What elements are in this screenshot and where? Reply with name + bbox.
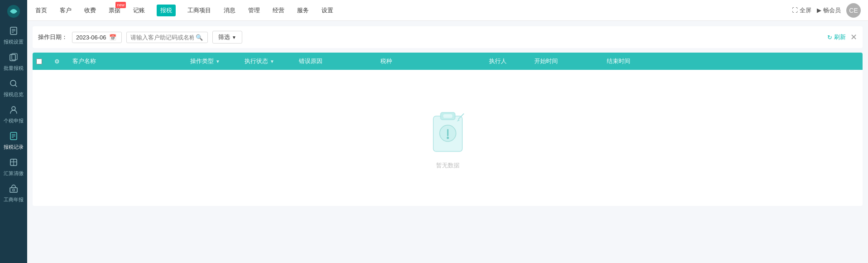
th-start-time: 开始时间: [531, 53, 603, 70]
new-badge-piaoju: new: [115, 2, 126, 8]
huisuanqingsuanshu-icon: [9, 158, 18, 169]
sidebar-item-baoshuishezhi-label: 报税设置: [4, 39, 24, 45]
chevron-down-icon: ▼: [232, 35, 236, 40]
nav-shoufei[interactable]: 收费: [83, 5, 97, 16]
refresh-button[interactable]: ↻ 刷新: [827, 33, 846, 41]
th-exec-status: 执行状态 ▼: [241, 53, 295, 70]
video-icon: ▶: [817, 7, 821, 14]
empty-text: 暂无数据: [436, 161, 460, 170]
piliangshuishu-icon: [9, 53, 18, 64]
sidebar-item-baoshuijilu[interactable]: 报税记录: [0, 128, 27, 154]
nav-kehu[interactable]: 客户: [59, 5, 72, 16]
search-input[interactable]: [130, 34, 194, 41]
sidebar-item-piliangshuishu[interactable]: 批量报税: [0, 49, 27, 75]
fullscreen-btn[interactable]: ⛶ 全屏: [792, 6, 811, 15]
nav-baoshui[interactable]: 报税: [157, 5, 176, 16]
search-icon: 🔍: [196, 34, 203, 41]
nav-xiaoxi[interactable]: 消息: [223, 5, 236, 16]
filter-label: 筛选: [218, 33, 230, 41]
sidebar-item-baoshuizonglan[interactable]: 报税总览: [0, 75, 27, 102]
sidebar-item-gongshangnianbaoshu-label: 工商年报: [4, 196, 24, 203]
nav-guanli[interactable]: 管理: [247, 5, 261, 16]
svg-rect-18: [13, 189, 14, 191]
settings-icon: ⚙: [54, 58, 60, 65]
date-value: 2023-06-06: [76, 34, 106, 41]
gongshangnianbaoshu-icon: [9, 184, 18, 195]
sidebar-item-baoshuishezhi[interactable]: 报税设置: [0, 23, 27, 49]
select-all-checkbox[interactable]: [36, 58, 42, 64]
toolbar: 操作日期： 2023-06-06 📅 🔍 筛选 ▼ ↻ 刷新: [33, 26, 863, 48]
calendar-icon: 📅: [109, 34, 116, 41]
close-button[interactable]: ✕: [850, 33, 857, 41]
nav-fuwu[interactable]: 服务: [296, 5, 310, 16]
avatar[interactable]: CE: [846, 3, 861, 18]
empty-illustration: 暂无数据: [425, 106, 470, 170]
svg-rect-21: [443, 114, 452, 118]
gesuisheibao-icon: [9, 105, 18, 117]
th-executor: 执行人: [485, 53, 531, 70]
baoshuishezhi-icon: [9, 26, 18, 38]
sidebar-logo: [0, 0, 27, 23]
sidebar-item-huisuanqingsuanshu[interactable]: 汇算清缴: [0, 154, 27, 180]
sort-operation-type-icon[interactable]: ▼: [216, 59, 220, 64]
nav-jizhang[interactable]: 记账: [132, 5, 146, 16]
nav-gongshanxiangmu[interactable]: 工商项目: [187, 5, 212, 16]
baoshuijilu-icon: [9, 132, 18, 143]
sidebar-item-gesuisheibao-label: 个税申报: [4, 117, 24, 124]
th-settings[interactable]: ⚙: [51, 53, 69, 70]
th-operation-type: 操作类型 ▼: [187, 53, 241, 70]
svg-rect-17: [10, 188, 17, 192]
fullscreen-icon: ⛶: [792, 7, 798, 14]
svg-point-24: [446, 137, 449, 139]
sidebar-item-baoshuizonglan-label: 报税总览: [4, 91, 24, 98]
sidebar-item-baoshuijilu-label: 报税记录: [4, 144, 24, 151]
nav-shezhi[interactable]: 设置: [321, 5, 334, 16]
page-content: 操作日期： 2023-06-06 📅 🔍 筛选 ▼ ↻ 刷新: [27, 21, 868, 263]
main-area: 首页 客户 收费 票据 new 记账 报税 工商项目 消息 管理 经营 服务 设…: [27, 0, 868, 263]
nav-jingying[interactable]: 经营: [272, 5, 285, 16]
refresh-icon: ↻: [827, 34, 832, 41]
nav-shouye[interactable]: 首页: [34, 5, 48, 16]
date-input[interactable]: 2023-06-06 📅: [72, 32, 122, 43]
th-tax-type: 税种: [377, 53, 485, 70]
sort-exec-status-icon[interactable]: ▼: [270, 59, 274, 64]
content-area: 操作日期： 2023-06-06 📅 🔍 筛选 ▼ ↻ 刷新: [27, 21, 868, 263]
topnav-right: ⛶ 全屏 ▶ 畅会员 CE: [792, 3, 861, 18]
empty-clipboard-icon: [425, 106, 470, 156]
filter-button[interactable]: 筛选 ▼: [212, 31, 242, 44]
date-label: 操作日期：: [38, 33, 67, 41]
topnav: 首页 客户 收费 票据 new 记账 报税 工商项目 消息 管理 经营 服务 设…: [27, 0, 868, 21]
svg-line-8: [15, 85, 17, 87]
table-container: ⚙ 客户名称 操作类型 ▼ 执行状态 ▼ 错误原因: [33, 53, 863, 206]
table-header: ⚙ 客户名称 操作类型 ▼ 执行状态 ▼ 错误原因: [33, 53, 863, 70]
sidebar: 报税设置 批量报税 报税总览 个税申报: [0, 0, 27, 263]
table-body-empty: 暂无数据: [33, 70, 863, 206]
search-box: 🔍: [126, 32, 208, 43]
th-error-reason: 错误原因: [295, 53, 377, 70]
sidebar-item-piliangshuishu-label: 批量报税: [4, 65, 24, 72]
sidebar-item-gongshangnianbaoshu[interactable]: 工商年报: [0, 180, 27, 207]
sidebar-item-huisuanqingsuanshu-label: 汇算清缴: [4, 170, 24, 177]
th-end-time: 结束时间: [603, 53, 676, 70]
baoshuizonglan-icon: [9, 79, 18, 90]
svg-point-9: [12, 107, 15, 110]
member-btn[interactable]: ▶ 畅会员: [817, 6, 841, 15]
th-checkbox[interactable]: [33, 53, 51, 70]
nav-piaoju[interactable]: 票据 new: [108, 5, 121, 16]
sidebar-item-gesuisheibao[interactable]: 个税申报: [0, 102, 27, 128]
th-customer-name: 客户名称: [69, 53, 187, 70]
